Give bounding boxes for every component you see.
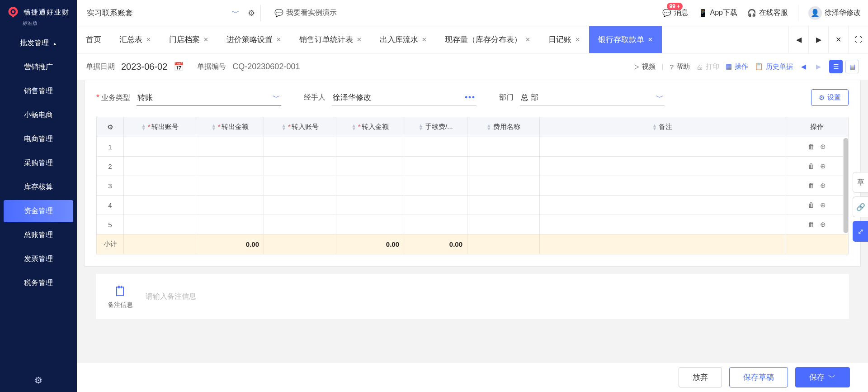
tab[interactable]: 进价策略设置✕	[217, 26, 290, 53]
sidebar-item[interactable]: 发票管理	[0, 247, 77, 271]
grid-settings-button[interactable]: ⚙ 设置	[811, 89, 849, 106]
sidebar-item[interactable]: 税务管理	[0, 271, 77, 295]
close-icon[interactable]: ✕	[525, 36, 530, 43]
cell[interactable]	[540, 157, 785, 176]
tab[interactable]: 出入库流水✕	[371, 26, 436, 53]
cell[interactable]	[336, 176, 404, 196]
cell[interactable]	[336, 157, 404, 176]
cell[interactable]	[196, 157, 264, 176]
history[interactable]: 📋历史单据	[755, 62, 793, 71]
tab[interactable]: 门店档案✕	[160, 26, 217, 53]
cell[interactable]	[264, 196, 336, 215]
app-download[interactable]: 📱 App下载	[698, 8, 737, 18]
close-icon[interactable]: ✕	[575, 36, 580, 43]
col-header[interactable]: ▲▼备注	[540, 117, 785, 137]
video-help[interactable]: ▷视频	[634, 62, 656, 71]
cell[interactable]	[540, 215, 785, 234]
rail-expand[interactable]: ⤢	[853, 221, 868, 242]
account-set-select[interactable]: 实习联系账套 ﹀	[84, 5, 242, 21]
close-icon[interactable]: ✕	[422, 36, 427, 43]
column-settings-icon[interactable]: ⚙	[107, 123, 113, 131]
cell[interactable]	[404, 176, 467, 196]
cell[interactable]	[124, 215, 196, 234]
delete-icon[interactable]: 🗑	[808, 182, 815, 189]
tab-expand[interactable]: ⛶	[848, 26, 868, 53]
cell[interactable]	[467, 137, 540, 157]
cell[interactable]	[196, 215, 264, 234]
col-header[interactable]: ▲▼*转出账号	[124, 117, 196, 137]
cell[interactable]	[467, 215, 540, 234]
biz-type-select[interactable]: 转账 ﹀	[137, 90, 281, 106]
close-icon[interactable]: ✕	[276, 36, 281, 43]
cell[interactable]	[467, 176, 540, 196]
add-row-icon[interactable]: ⊕	[820, 143, 826, 150]
tab[interactable]: 首页	[77, 26, 110, 53]
tab[interactable]: 现存量（库存分布表）✕	[436, 26, 539, 53]
tab-prev[interactable]: ◀	[788, 26, 808, 53]
nav-heading[interactable]: 批发管理 ▲	[0, 31, 77, 55]
close-icon[interactable]: ✕	[357, 36, 362, 43]
sort-icon[interactable]: ▲▼	[418, 124, 423, 130]
delete-icon[interactable]: 🗑	[808, 162, 815, 170]
save-button[interactable]: 保存 ﹀	[795, 367, 850, 387]
tab[interactable]: 银行存取款单✕	[589, 26, 662, 53]
sidebar-item[interactable]: 营销推广	[0, 55, 77, 79]
cell[interactable]	[264, 137, 336, 157]
demo-link[interactable]: 💬 我要看实例演示	[274, 8, 337, 18]
cell[interactable]	[404, 196, 467, 215]
add-row-icon[interactable]: ⊕	[820, 162, 826, 170]
sort-icon[interactable]: ▲▼	[281, 124, 286, 130]
rail-attachment[interactable]: 🔗	[853, 196, 868, 217]
tab[interactable]: 销售订单统计表✕	[290, 26, 371, 53]
messages[interactable]: 99 + 💬 消息	[662, 8, 689, 18]
close-icon[interactable]: ✕	[203, 36, 208, 43]
operations[interactable]: ▦操作	[726, 62, 748, 71]
settings-icon[interactable]: ⚙	[248, 8, 255, 18]
tab[interactable]: 汇总表✕	[110, 26, 160, 53]
online-cs[interactable]: 🎧 在线客服	[747, 8, 788, 18]
delete-icon[interactable]: 🗑	[808, 143, 815, 150]
delete-icon[interactable]: 🗑	[808, 201, 815, 209]
cell[interactable]	[540, 137, 785, 157]
cell[interactable]	[336, 215, 404, 234]
cell[interactable]	[540, 196, 785, 215]
cell[interactable]	[540, 176, 785, 196]
cell[interactable]	[124, 196, 196, 215]
sort-icon[interactable]: ▲▼	[486, 124, 491, 130]
cell[interactable]	[264, 215, 336, 234]
sidebar-item[interactable]: 总账管理	[0, 223, 77, 247]
settings-gear-icon[interactable]: ⚙	[34, 375, 42, 385]
rail-draft[interactable]: 草	[853, 172, 868, 193]
sort-icon[interactable]: ▲▼	[652, 124, 657, 130]
col-settings[interactable]: ⚙	[97, 117, 124, 137]
cell[interactable]	[467, 196, 540, 215]
add-row-icon[interactable]: ⊕	[820, 182, 826, 189]
sidebar-item[interactable]: 资金管理	[4, 200, 73, 222]
sidebar-item[interactable]: 小畅电商	[0, 103, 77, 127]
date-value[interactable]: 2023-06-02	[121, 62, 167, 72]
col-header[interactable]: ▲▼手续费/...	[404, 117, 467, 137]
cell[interactable]	[404, 215, 467, 234]
close-icon[interactable]: ✕	[648, 36, 653, 43]
vertical-scrollbar[interactable]	[843, 138, 849, 233]
add-row-icon[interactable]: ⊕	[820, 220, 826, 228]
view-list[interactable]: ☰	[829, 60, 843, 73]
add-row-icon[interactable]: ⊕	[820, 201, 826, 209]
sort-icon[interactable]: ▲▼	[211, 124, 216, 130]
tab-close-all[interactable]: ✕	[828, 26, 848, 53]
tab-next[interactable]: ▶	[808, 26, 828, 53]
cell[interactable]	[467, 157, 540, 176]
help[interactable]: ?帮助	[670, 62, 690, 71]
sidebar-item[interactable]: 采购管理	[0, 151, 77, 175]
cell[interactable]	[336, 137, 404, 157]
sidebar-item[interactable]: 电商管理	[0, 127, 77, 151]
remarks-input[interactable]	[146, 292, 837, 301]
cell[interactable]	[264, 176, 336, 196]
save-draft-button[interactable]: 保存草稿	[729, 367, 788, 387]
sort-icon[interactable]: ▲▼	[141, 124, 146, 130]
view-card[interactable]: ▤	[845, 60, 859, 73]
cell[interactable]	[196, 196, 264, 215]
col-header[interactable]: ▲▼费用名称	[467, 117, 540, 137]
col-header[interactable]: ▲▼*转出金额	[196, 117, 264, 137]
print[interactable]: 🖨打印	[696, 62, 719, 71]
